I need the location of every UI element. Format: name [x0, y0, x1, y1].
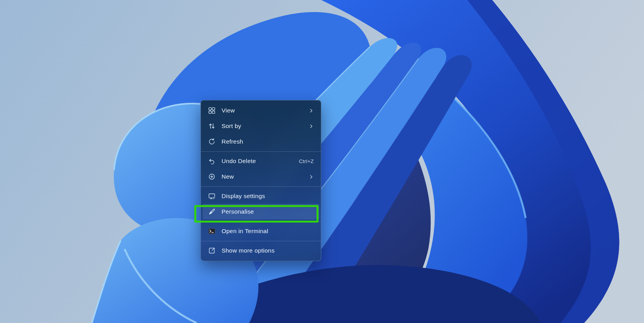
- undo-icon: [208, 157, 216, 165]
- desktop-context-menu: View Sort by Refresh Undo Delete Ctrl+Z …: [201, 100, 321, 261]
- show-more-options-icon: [208, 247, 216, 255]
- sort-by-icon: [208, 122, 216, 130]
- view-grid-icon: [208, 107, 216, 114]
- menu-item-display-settings[interactable]: Display settings: [201, 188, 321, 204]
- wallpaper-bloom: [0, 0, 644, 323]
- chevron-right-icon: [309, 174, 314, 179]
- menu-separator: [201, 151, 321, 152]
- menu-item-view[interactable]: View: [201, 103, 321, 118]
- menu-item-show-more-options[interactable]: Show more options: [201, 243, 321, 258]
- menu-item-personalise[interactable]: Personalise: [202, 204, 319, 219]
- menu-item-refresh[interactable]: Refresh: [201, 134, 321, 149]
- chevron-right-icon: [309, 124, 314, 129]
- personalise-brush-icon: [208, 208, 216, 216]
- new-item-icon: [208, 173, 216, 181]
- menu-item-sort-by[interactable]: Sort by: [201, 118, 321, 134]
- menu-separator: [201, 221, 321, 222]
- menu-separator: [201, 186, 321, 187]
- refresh-icon: [208, 138, 216, 146]
- menu-item-undo-delete[interactable]: Undo Delete Ctrl+Z: [201, 153, 321, 169]
- menu-item-new[interactable]: New: [201, 169, 321, 184]
- chevron-right-icon: [309, 108, 314, 113]
- menu-separator: [201, 241, 321, 241]
- desktop[interactable]: View Sort by Refresh Undo Delete Ctrl+Z …: [0, 0, 644, 323]
- display-settings-icon: [208, 192, 216, 200]
- menu-item-open-in-terminal[interactable]: Open in Terminal: [201, 223, 321, 239]
- terminal-icon: [208, 227, 216, 235]
- shortcut-label: Ctrl+Z: [299, 158, 314, 164]
